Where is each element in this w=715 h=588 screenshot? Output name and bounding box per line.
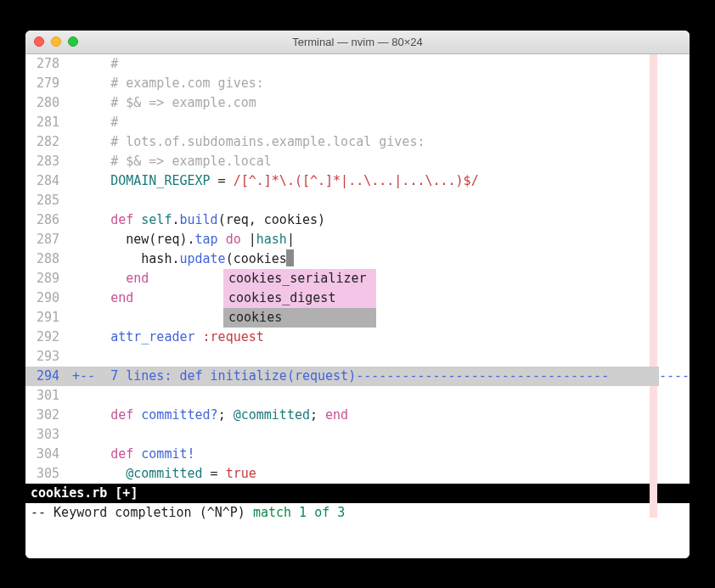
line-number: 303 bbox=[25, 425, 65, 445]
line-number: 280 bbox=[25, 93, 65, 113]
blank bbox=[65, 386, 690, 406]
traffic-lights bbox=[25, 36, 78, 47]
titlebar[interactable]: Terminal — nvim — 80×24 bbox=[25, 31, 690, 54]
line-278: 278 # bbox=[25, 54, 690, 74]
blank bbox=[65, 191, 690, 210]
args: (req, cookies) bbox=[218, 212, 325, 227]
kw-def: def bbox=[65, 212, 133, 227]
code: def commit! bbox=[65, 445, 690, 464]
op: = bbox=[203, 466, 226, 481]
completion-item-selected[interactable]: cookies bbox=[223, 308, 376, 328]
line-number: 289 bbox=[25, 269, 65, 288]
fn-update: update bbox=[179, 251, 225, 266]
comment: # $& => example.com bbox=[65, 93, 690, 113]
line-number: 284 bbox=[25, 171, 65, 191]
var-hash: hash bbox=[256, 232, 287, 247]
terminal-window: Terminal — nvim — 80×24 278 # 279 # exam… bbox=[25, 31, 690, 558]
line-283: 283 # $& => example.local bbox=[25, 152, 690, 171]
line-number: 288 bbox=[25, 249, 65, 269]
cmd-match-count: match 1 of 3 bbox=[253, 505, 345, 520]
sp bbox=[133, 407, 141, 423]
symbol: :request bbox=[203, 329, 264, 344]
line-number: 278 bbox=[25, 54, 65, 74]
blank bbox=[65, 425, 690, 445]
status-line: cookies.rb [+] bbox=[25, 484, 690, 503]
ivar: @committed bbox=[234, 407, 310, 423]
sp bbox=[133, 446, 141, 462]
line-number: 291 bbox=[25, 308, 65, 328]
line-302: 302 def committed?; @committed; end bbox=[25, 406, 690, 425]
line-number: 301 bbox=[25, 386, 65, 406]
command-line: -- Keyword completion (^N^P) match 1 of … bbox=[25, 503, 690, 523]
indent bbox=[65, 466, 126, 481]
fold-tail: ---- bbox=[659, 367, 690, 386]
line-284: 284 DOMAIN_REGEXP = /[^.]*\.([^.]*|..\..… bbox=[25, 171, 690, 191]
attr-reader: attr_reader bbox=[65, 329, 195, 344]
self: self bbox=[133, 212, 172, 227]
line-number: 293 bbox=[25, 347, 65, 367]
zoom-icon[interactable] bbox=[68, 36, 78, 47]
line-285: 285 bbox=[25, 191, 690, 210]
args: (cookies bbox=[226, 251, 287, 266]
text: new(req). bbox=[65, 232, 195, 247]
semi: ; bbox=[310, 407, 325, 423]
code: DOMAIN_REGEXP = /[^.]*\.([^.]*|..\...|..… bbox=[65, 171, 690, 191]
line-number: 283 bbox=[25, 152, 65, 171]
line-281: 281 # bbox=[25, 113, 690, 132]
comment: # bbox=[65, 54, 690, 74]
kw-end: end bbox=[325, 407, 348, 423]
ivar: @committed bbox=[126, 466, 202, 481]
completion-item[interactable]: cookies_digest bbox=[223, 288, 376, 308]
line-number: 294 bbox=[25, 367, 65, 386]
code: attr_reader :request bbox=[65, 328, 690, 347]
line-288: 288 hash.update(cookies bbox=[25, 249, 690, 269]
fn-tap: tap bbox=[195, 232, 218, 247]
blank bbox=[65, 347, 690, 367]
fold-text: +-- 7 lines: def initialize(request)----… bbox=[65, 368, 609, 384]
line-303: 303 bbox=[25, 425, 690, 445]
constant: DOMAIN_REGEXP bbox=[65, 173, 211, 188]
line-282: 282 # lots.of.subdomains.example.local g… bbox=[25, 132, 690, 152]
kw-end: end bbox=[65, 288, 690, 308]
pipe: | bbox=[241, 232, 256, 247]
bool-true: true bbox=[226, 466, 256, 481]
kw-def: def bbox=[65, 407, 133, 423]
line-287: 287 new(req).tap do |hash| bbox=[25, 230, 690, 249]
fn-name: build bbox=[179, 212, 217, 227]
comment: # $& => example.local bbox=[65, 152, 690, 171]
completion-popup[interactable]: cookies_serializer cookies_digest cookie… bbox=[223, 269, 376, 328]
semi: ; bbox=[218, 407, 234, 423]
line-305: 305 @committed = true bbox=[25, 464, 690, 484]
code: @committed = true bbox=[65, 464, 690, 484]
kw-end: end bbox=[65, 269, 690, 288]
line-304: 304 def commit! bbox=[25, 445, 690, 464]
line-number: 305 bbox=[25, 464, 65, 484]
line-number: 286 bbox=[25, 210, 65, 230]
buffer-name: cookies.rb [+] bbox=[31, 485, 138, 501]
line-280: 280 # $& => example.com bbox=[25, 93, 690, 113]
line-279: 279 # example.com gives: bbox=[25, 74, 690, 93]
line-number: 290 bbox=[25, 288, 65, 308]
line-number: 292 bbox=[25, 328, 65, 347]
terminal-viewport[interactable]: 278 # 279 # example.com gives: 280 # $& … bbox=[25, 54, 690, 558]
line-number: 282 bbox=[25, 132, 65, 152]
code: new(req).tap do |hash| bbox=[65, 230, 690, 249]
line-292: 292 attr_reader :request bbox=[25, 328, 690, 347]
kw-def: def bbox=[65, 446, 133, 462]
sp bbox=[218, 232, 226, 247]
comment: # example.com gives: bbox=[65, 74, 690, 93]
line-301: 301 bbox=[25, 386, 690, 406]
completion-item[interactable]: cookies_serializer bbox=[223, 269, 376, 288]
line-286: 286 def self.build(req, cookies) bbox=[25, 210, 690, 230]
close-icon[interactable] bbox=[34, 36, 44, 47]
line-number: 302 bbox=[25, 406, 65, 425]
fold-line-294[interactable]: 294 +-- 7 lines: def initialize(request)… bbox=[25, 367, 690, 386]
line-number: 279 bbox=[25, 74, 65, 93]
cmd-mode-text: -- Keyword completion (^N^P) bbox=[31, 505, 253, 520]
code: def committed?; @committed; end bbox=[65, 406, 690, 425]
fn-committed: committed? bbox=[141, 407, 217, 423]
line-number: 281 bbox=[25, 113, 65, 132]
regex: /[^.]*\.([^.]*|..\...|...\...)$/ bbox=[234, 173, 479, 188]
minimize-icon[interactable] bbox=[51, 36, 61, 47]
cursor bbox=[286, 249, 294, 266]
